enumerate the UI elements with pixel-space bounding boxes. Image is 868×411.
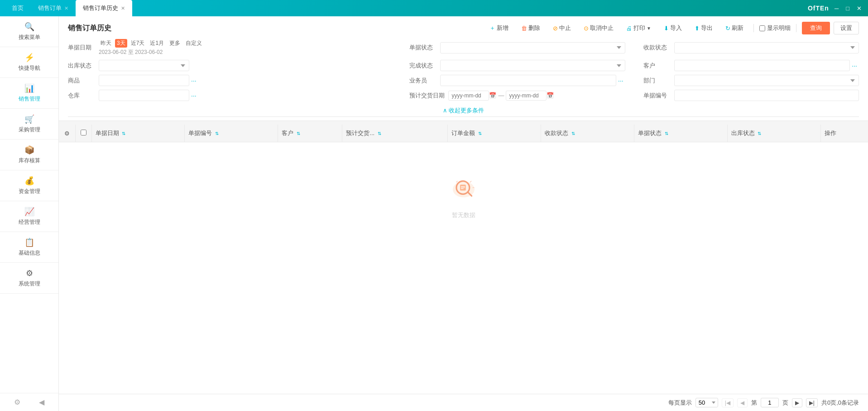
- expected-delivery-from[interactable]: [448, 91, 489, 101]
- toolbar-divider: [753, 24, 754, 32]
- date-tab-3days[interactable]: 3天: [115, 39, 127, 48]
- content: 销售订单历史 ＋ 新增 🗑 删除 ⊘ 中止 ⊙: [59, 16, 868, 411]
- sidebar-settings-icon[interactable]: ⚙: [14, 398, 20, 406]
- th-delivery-status-sort[interactable]: ⇅: [758, 131, 761, 136]
- sidebar-item-operations[interactable]: 📈 经营管理: [0, 201, 58, 232]
- search-button[interactable]: 查询: [802, 22, 830, 34]
- date-tab-1month[interactable]: 近1月: [148, 39, 166, 48]
- per-page-select[interactable]: 10 20 50 100: [695, 398, 718, 407]
- calendar-to-icon[interactable]: 📅: [547, 92, 554, 99]
- date-tab-more[interactable]: 更多: [168, 39, 182, 48]
- collapse-row[interactable]: ∧ 收起更多条件: [68, 105, 859, 116]
- table-body: 暂无数据: [59, 142, 868, 247]
- th-check[interactable]: [75, 125, 91, 142]
- order-no-input[interactable]: [674, 90, 859, 101]
- sidebar-item-sys-mgmt-label: 系统管理: [19, 280, 40, 288]
- import-button[interactable]: ⬇ 导入: [659, 22, 686, 34]
- sidebar-item-quick-nav-label: 快捷导航: [19, 64, 40, 72]
- tab-sales-order-label: 销售订单: [38, 4, 62, 12]
- last-page-btn[interactable]: ▶|: [806, 398, 818, 407]
- department-select[interactable]: [674, 75, 859, 86]
- date-tab-custom[interactable]: 自定义: [184, 39, 204, 48]
- settings-button[interactable]: 设置: [834, 22, 859, 34]
- tab-home[interactable]: 首页: [5, 0, 31, 16]
- th-order-status-sort[interactable]: ⇅: [665, 131, 668, 136]
- warehouse-dots-btn[interactable]: ···: [189, 92, 198, 99]
- customer-dots-btn[interactable]: ···: [850, 62, 859, 69]
- filter-department: 部门: [643, 75, 859, 86]
- warehouse-input[interactable]: [99, 90, 189, 101]
- stop-icon: ⊘: [553, 25, 558, 32]
- sidebar-item-sales-mgmt[interactable]: 📊 销售管理: [0, 78, 58, 109]
- th-settings[interactable]: ⚙: [59, 125, 75, 142]
- goods-dots-btn[interactable]: ···: [189, 77, 198, 84]
- customer-input[interactable]: [674, 60, 850, 71]
- sidebar-item-sales-mgmt-label: 销售管理: [19, 95, 40, 103]
- settings-gear-icon[interactable]: ⚙: [64, 130, 70, 137]
- page-header: 销售订单历史 ＋ 新增 🗑 删除 ⊘ 中止 ⊙: [59, 16, 868, 121]
- delivery-status-select[interactable]: [99, 60, 189, 71]
- tab-sales-order-history[interactable]: 销售订单历史 ✕: [76, 0, 132, 16]
- date-tab-yesterday[interactable]: 昨天: [99, 39, 113, 48]
- filter-expected-delivery: 预计交货日期 📅 — 📅: [409, 91, 625, 101]
- payment-status-label: 收款状态: [643, 44, 671, 52]
- sidebar-item-inventory[interactable]: 📦 库存核算: [0, 140, 58, 170]
- calendar-from-icon[interactable]: 📅: [489, 92, 496, 99]
- stop-button[interactable]: ⊘ 中止: [548, 22, 575, 34]
- filter-goods: 商品 ···: [68, 75, 391, 86]
- sidebar-item-quick-nav[interactable]: ⚡ 快捷导航: [0, 47, 58, 78]
- goods-input[interactable]: [99, 75, 189, 86]
- pagination-bar: 每页显示 10 20 50 100 |◀ ◀ 第 页 ▶ ▶| 共0页,0条记录: [59, 394, 868, 411]
- th-date-label: 单据日期: [96, 130, 119, 136]
- window-close[interactable]: ✕: [855, 5, 863, 12]
- sidebar-item-base-info[interactable]: 📋 基础信息: [0, 232, 58, 263]
- stop-label: 中止: [559, 24, 571, 32]
- date-label: 单据日期: [68, 44, 95, 52]
- print-button[interactable]: 🖨 打印 ▼: [622, 22, 656, 34]
- sidebar-item-finance[interactable]: 💰 资金管理: [0, 170, 58, 201]
- tab-sales-order-close[interactable]: ✕: [64, 5, 68, 11]
- date-tab-7days[interactable]: 近7天: [129, 39, 147, 48]
- sidebar-item-sys-mgmt[interactable]: ⚙ 系统管理: [0, 263, 58, 294]
- window-maximize[interactable]: □: [844, 5, 851, 12]
- th-expected-delivery-sort[interactable]: ⇅: [378, 131, 381, 136]
- refresh-label: 刷新: [732, 24, 743, 32]
- display-toggle-checkbox[interactable]: [759, 25, 765, 31]
- tab-sales-order-history-close[interactable]: ✕: [121, 5, 125, 11]
- export-icon: ⬆: [695, 25, 700, 32]
- th-date-sort[interactable]: ⇅: [122, 131, 125, 136]
- expected-delivery-to[interactable]: [506, 91, 547, 101]
- prev-page-btn[interactable]: ◀: [737, 398, 748, 407]
- cancel-stop-button[interactable]: ⊙ 取消中止: [579, 22, 618, 34]
- filter-row-1: 单据日期 昨天 3天 近7天 近1月 更多 自定义 2023: [68, 39, 859, 56]
- sidebar-item-search-menu[interactable]: 🔍 搜索菜单: [0, 16, 58, 47]
- salesperson-dots-btn[interactable]: ···: [616, 77, 625, 84]
- select-all-checkbox[interactable]: [81, 130, 86, 135]
- new-button[interactable]: ＋ 新增: [485, 22, 513, 34]
- warehouse-label: 仓库: [68, 92, 95, 100]
- window-minimize[interactable]: ─: [833, 5, 840, 12]
- sidebar-item-purchase-mgmt[interactable]: 🛒 采购管理: [0, 109, 58, 140]
- tab-sales-order[interactable]: 销售订单 ✕: [31, 0, 76, 16]
- order-status-select[interactable]: [440, 42, 625, 53]
- next-page-btn[interactable]: ▶: [792, 398, 802, 407]
- data-table: ⚙ 单据日期 ⇅ 单据编号 ⇅: [59, 125, 868, 247]
- display-toggle[interactable]: 显示明细: [759, 24, 791, 32]
- th-customer-sort[interactable]: ⇅: [297, 131, 300, 136]
- search-menu-icon: 🔍: [24, 22, 34, 32]
- delete-button[interactable]: 🗑 删除: [517, 22, 545, 34]
- th-order-no-sort[interactable]: ⇅: [215, 131, 219, 136]
- payment-status-select[interactable]: [674, 42, 859, 53]
- page-input[interactable]: [761, 398, 779, 407]
- completion-status-select[interactable]: [440, 60, 625, 71]
- th-payment-status: 收款状态 ⇅: [541, 125, 634, 142]
- salesperson-input[interactable]: [440, 75, 616, 86]
- first-page-btn[interactable]: |◀: [722, 398, 734, 407]
- sidebar-item-operations-label: 经营管理: [19, 218, 40, 226]
- th-amount-sort[interactable]: ⇅: [478, 131, 482, 136]
- sidebar-collapse-icon[interactable]: ◀: [39, 398, 44, 406]
- export-button[interactable]: ⬆ 导出: [690, 22, 717, 34]
- refresh-button[interactable]: ↻ 刷新: [721, 22, 748, 34]
- th-payment-status-sort[interactable]: ⇅: [571, 131, 575, 136]
- collapse-label: 收起更多条件: [449, 107, 484, 114]
